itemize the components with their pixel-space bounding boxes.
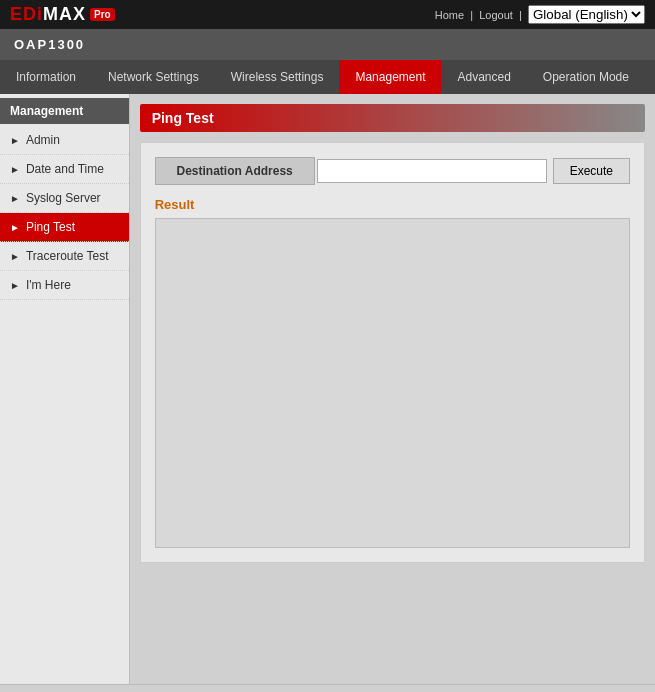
sidebar-section-header: Management [0, 98, 129, 124]
nav-information[interactable]: Information [0, 60, 92, 94]
content-wrapper: Management ► Admin ► Date and Time ► Sys… [0, 94, 655, 684]
language-select[interactable]: Global (English) [528, 5, 645, 24]
sidebar-label-syslog: Syslog Server [26, 191, 101, 205]
main-content: Ping Test Destination Address Execute Re… [130, 94, 655, 684]
nav-bar: Information Network Settings Wireless Se… [0, 60, 655, 94]
content-panel: Destination Address Execute Result [140, 142, 645, 563]
sidebar-item-im-here[interactable]: ► I'm Here [0, 271, 129, 300]
sidebar-item-date-time[interactable]: ► Date and Time [0, 155, 129, 184]
arrow-icon: ► [10, 280, 20, 291]
model-bar: OAP1300 [0, 29, 655, 60]
result-box [155, 218, 630, 548]
destination-address-input[interactable] [317, 159, 547, 183]
model-name: OAP1300 [14, 37, 85, 52]
sidebar-item-admin[interactable]: ► Admin [0, 126, 129, 155]
destination-address-label: Destination Address [155, 157, 315, 185]
result-label: Result [155, 197, 630, 212]
arrow-icon: ► [10, 193, 20, 204]
home-link[interactable]: Home [435, 9, 464, 21]
logo-edimax: EDiMAX [10, 4, 86, 25]
sidebar-label-traceroute: Traceroute Test [26, 249, 109, 263]
sidebar-item-syslog[interactable]: ► Syslog Server [0, 184, 129, 213]
execute-button[interactable]: Execute [553, 158, 630, 184]
logo-area: EDiMAX Pro [10, 4, 115, 25]
arrow-icon: ► [10, 251, 20, 262]
sidebar-label-admin: Admin [26, 133, 60, 147]
arrow-icon: ► [10, 222, 20, 233]
destination-address-row: Destination Address Execute [155, 157, 630, 185]
nav-advanced[interactable]: Advanced [441, 60, 526, 94]
sidebar-item-ping-test[interactable]: ► Ping Test [0, 213, 129, 242]
nav-management[interactable]: Management [339, 60, 441, 94]
logo-pro: Pro [90, 8, 115, 21]
sidebar-item-traceroute[interactable]: ► Traceroute Test [0, 242, 129, 271]
nav-wireless-settings[interactable]: Wireless Settings [215, 60, 340, 94]
footer: Copyright 2017 © EDIMAX Technology Co., … [0, 684, 655, 692]
nav-operation-mode[interactable]: Operation Mode [527, 60, 645, 94]
nav-network-settings[interactable]: Network Settings [92, 60, 215, 94]
top-bar: EDiMAX Pro Home | Logout | Global (Engli… [0, 0, 655, 29]
sidebar-label-date-time: Date and Time [26, 162, 104, 176]
sidebar-label-ping-test: Ping Test [26, 220, 75, 234]
arrow-icon: ► [10, 135, 20, 146]
page-title: Ping Test [140, 104, 645, 132]
sidebar: Management ► Admin ► Date and Time ► Sys… [0, 94, 130, 684]
arrow-icon: ► [10, 164, 20, 175]
logout-link[interactable]: Logout [479, 9, 513, 21]
top-links: Home | Logout | Global (English) [435, 5, 645, 24]
sidebar-label-im-here: I'm Here [26, 278, 71, 292]
